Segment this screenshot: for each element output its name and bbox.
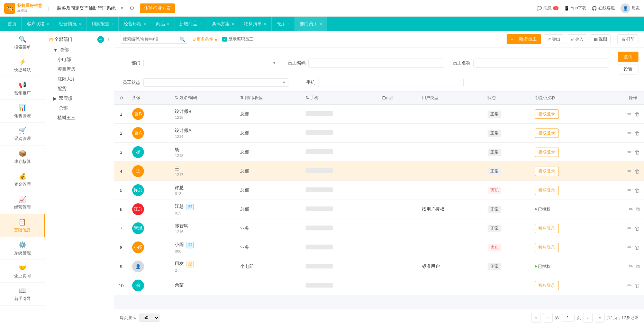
tab-profit[interactable]: 利润报告 × <box>87 17 119 31</box>
search-btn[interactable]: 查询 <box>618 52 638 62</box>
close-icon[interactable]: × <box>232 22 234 26</box>
emp-code-input[interactable] <box>308 59 444 68</box>
next-page-btn[interactable]: › <box>583 313 593 323</box>
add-employee-btn[interactable]: + + 新增员工 <box>507 34 541 44</box>
sidebar-item-nav[interactable]: ⚡ 快捷导航 <box>0 54 45 77</box>
sidebar-item-sales[interactable]: 📊 销售管理 <box>0 100 45 123</box>
more-conditions-btn[interactable]: ⊿ 更多条件 ▲ <box>192 36 218 42</box>
tab-bom[interactable]: 物料清单 × <box>239 17 271 31</box>
close-icon[interactable]: × <box>79 22 81 26</box>
close-icon[interactable]: × <box>199 22 201 26</box>
export-btn[interactable]: ↗ 导出 <box>544 34 564 44</box>
emp-status-select[interactable]: ▼ <box>143 78 289 87</box>
delete-icon[interactable]: 🗑 <box>635 283 640 289</box>
dept-select[interactable]: ▼ <box>143 59 279 67</box>
tab-home[interactable]: 首页 <box>3 17 22 31</box>
auth-btn[interactable]: 授权登录 <box>535 243 559 252</box>
close-icon[interactable]: × <box>288 22 290 26</box>
emp-name-input[interactable] <box>473 59 609 68</box>
search-icon[interactable]: 🔍 <box>180 37 185 42</box>
show-resigned-checkbox[interactable]: ✓ 显示离职员工 <box>222 36 253 42</box>
message-btn[interactable]: 💬 消息 5 <box>537 5 559 11</box>
dept-node-project[interactable]: 项目库房 <box>45 64 114 74</box>
auth-btn[interactable]: 授权登录 <box>535 148 559 157</box>
last-page-btn[interactable]: » <box>595 313 605 323</box>
auth-btn[interactable]: 授权登录 <box>535 224 559 233</box>
tab-barcode[interactable]: 条码方案 × <box>207 17 239 31</box>
dept-node-xiaodian[interactable]: 小电部 <box>45 55 114 64</box>
sidebar-item-finance[interactable]: 💰 资金管理 <box>0 168 45 191</box>
sidebar-item-search[interactable]: 🔍 搜索菜单 <box>0 31 45 54</box>
dept-node-zhishu[interactable]: 植树王三 <box>45 113 114 123</box>
sidebar-item-business[interactable]: 📈 经营管理 <box>0 191 45 214</box>
tab-goods[interactable]: 商品 × <box>151 17 174 31</box>
edit-icon[interactable]: ✏ <box>627 187 632 193</box>
edit-icon[interactable]: ✏ <box>629 263 633 270</box>
delete-icon[interactable]: 🗑 <box>635 187 640 193</box>
sidebar-item-guide[interactable]: 📖 新手引导 <box>0 283 45 306</box>
tab-customer[interactable]: 客户联络 × <box>22 17 54 31</box>
phone-input[interactable] <box>318 78 464 87</box>
dept-edit-btn[interactable]: ✏ <box>97 36 104 43</box>
col-name-code[interactable]: ⇅ 姓名/编码 <box>171 91 236 105</box>
reset-btn[interactable]: 设置 <box>618 64 638 74</box>
dept-node-shenyang[interactable]: 沈阳大库 <box>45 74 114 84</box>
settings-icon[interactable]: ⚙ <box>129 5 134 11</box>
edit-icon[interactable]: ✏ <box>627 168 632 174</box>
sidebar-item-purchase[interactable]: 🛒 采购管理 <box>0 123 45 146</box>
import-btn[interactable]: ↙ 导入 <box>567 34 587 44</box>
dept-collapse-btn[interactable]: 《 <box>106 37 110 43</box>
sidebar-item-collab[interactable]: 🤝 企业协同 <box>0 260 45 283</box>
tab-history[interactable]: 经营历程 × <box>119 17 151 31</box>
experience-btn[interactable]: 体验行业方案 <box>140 3 175 13</box>
tab-dept-employee[interactable]: 部门员工 × <box>295 17 327 31</box>
close-icon[interactable]: × <box>167 22 169 26</box>
search-input[interactable] <box>123 37 178 42</box>
user-area[interactable]: 👤 用友 <box>620 3 640 13</box>
dept-node-zongbu-parent[interactable]: ▼ 总部 <box>45 45 114 55</box>
edit-icon[interactable]: ✏ <box>627 225 632 231</box>
col-settings[interactable]: ⚙ <box>114 91 128 105</box>
edit-icon[interactable]: ✏ <box>627 244 632 250</box>
copy-icon[interactable]: ⧉ <box>636 263 640 270</box>
close-icon[interactable]: × <box>111 22 114 26</box>
close-icon[interactable]: × <box>264 22 266 26</box>
col-dept-position[interactable]: ⇅ 部门/职位 <box>236 91 301 105</box>
delete-icon[interactable]: 🗑 <box>635 130 640 136</box>
online-service-btn[interactable]: 🎧 在线客服 <box>592 5 615 11</box>
close-icon[interactable]: × <box>320 22 322 26</box>
delete-icon[interactable]: 🗑 <box>635 111 640 117</box>
dept-node-zongbu[interactable]: 总部 <box>45 103 114 113</box>
edit-icon[interactable]: ✏ <box>629 206 633 212</box>
delete-icon[interactable]: 🗑 <box>635 245 640 250</box>
sidebar-item-marketing[interactable]: 📢 营销推广 <box>0 77 45 100</box>
edit-icon[interactable]: ✏ <box>627 149 632 155</box>
app-download-btn[interactable]: 📱 App下载 <box>564 5 586 11</box>
delete-icon[interactable]: 🗑 <box>635 226 640 231</box>
delete-icon[interactable]: 🗑 <box>635 168 640 174</box>
auth-btn[interactable]: 授权登录 <box>535 281 559 290</box>
edit-icon[interactable]: ✏ <box>627 111 632 117</box>
tab-operation[interactable]: 经营情况 × <box>54 17 86 31</box>
close-icon[interactable]: × <box>144 22 146 26</box>
sidebar-item-inventory[interactable]: 📦 库存核算 <box>0 146 45 168</box>
page-input[interactable] <box>561 314 575 321</box>
auth-btn[interactable]: 授权登录 <box>535 109 559 119</box>
edit-icon[interactable]: ✏ <box>627 282 632 289</box>
page-size-select[interactable]: 50 100 200 <box>139 314 160 322</box>
sidebar-item-basic[interactable]: 📋 基础信息 <box>0 214 45 237</box>
edit-icon[interactable]: ✏ <box>627 130 632 136</box>
prev-page-btn[interactable]: ‹ <box>543 313 553 323</box>
delete-icon[interactable]: 🗑 <box>635 149 640 155</box>
copy-icon[interactable]: ⧉ <box>636 206 640 212</box>
sidebar-item-system[interactable]: ⚙️ 系统管理 <box>0 237 45 260</box>
close-icon[interactable]: × <box>47 22 49 26</box>
col-phone[interactable]: ⇅ 手机 <box>301 91 378 105</box>
auth-btn[interactable]: 授权登录 <box>535 167 559 176</box>
dept-node-peihuo[interactable]: 配货 <box>45 84 114 94</box>
tab-warehouse[interactable]: 仓库 × <box>272 17 295 31</box>
print-btn[interactable]: 🖨 打印 <box>617 34 638 44</box>
auth-btn[interactable]: 授权登录 <box>535 186 559 195</box>
auth-btn[interactable]: 授权登录 <box>535 129 559 138</box>
first-page-btn[interactable]: « <box>531 313 541 323</box>
